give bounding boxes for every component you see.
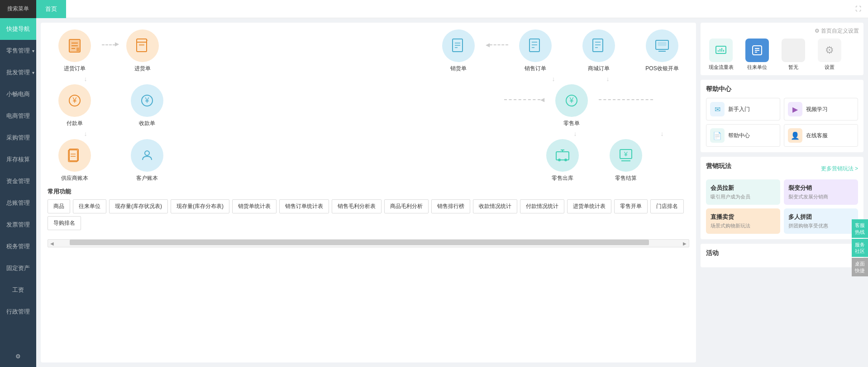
marketing-card-desc-member: 吸引用户成为会员 — [711, 193, 776, 200]
marketing-card-title-fission: 裂变分销 — [788, 184, 854, 192]
activity-title: 活动 — [706, 249, 858, 257]
marketing-card-member[interactable]: 会员拉新 吸引用户成为会员 — [706, 179, 780, 205]
marketing-card-group[interactable]: 多人拼团 拼团购物享受优惠 — [784, 208, 858, 234]
expand-icon[interactable]: ⛶ — [853, 4, 863, 14]
func-btn-order-stats[interactable]: 销售订单统计表 — [279, 199, 329, 213]
sidebar-item-purchase[interactable]: 采购管理 — [0, 127, 36, 149]
func-btn-store-rank[interactable]: 门店排名 — [650, 199, 684, 213]
help-label-help: 帮助中心 — [728, 132, 750, 140]
func-btn-retail-order[interactable]: 零售开单 — [614, 199, 648, 213]
sidebar-item-tax[interactable]: 税务管理 — [0, 236, 36, 257]
flow-node-gongyingshang-zb[interactable]: 供应商账本 — [48, 139, 102, 182]
func-btn-stock1[interactable]: 现存量(库存状况表) — [109, 199, 168, 213]
flow-circle-xiaoshou-order — [519, 29, 552, 62]
flow-label-shoukuan-dan: 收款单 — [139, 120, 155, 127]
flow-label-xiaoshou-order: 销售订单 — [525, 65, 546, 72]
scroll-thumb[interactable] — [70, 240, 649, 245]
quick-icons-row: 现金流量表 往来单位 暂无 ⚙ — [705, 39, 859, 71]
sidebar-item-wholesale[interactable]: 批发管理 — [0, 62, 36, 83]
marketing-section: 营销玩法 更多营销玩法 > 会员拉新 吸引用户成为会员 裂变分销 裂变式发展分销… — [701, 157, 863, 239]
func-btn-guide-rank[interactable]: 导购排名 — [48, 216, 81, 230]
flow-circle-shangcheng-order — [582, 29, 615, 62]
flow-label-xiaohuo-dan: 销货单 — [450, 65, 467, 72]
flow-node-kehu-zb[interactable]: 客户账本 — [120, 139, 174, 182]
sidebar-item-general-ledger[interactable]: 总账管理 — [0, 192, 36, 214]
func-btn-sales-rank[interactable]: 销售排行榜 — [431, 199, 470, 213]
scroll-left-arrow[interactable]: ◀ — [48, 241, 56, 246]
marketing-card-title-member: 会员拉新 — [711, 184, 776, 192]
help-label-service: 在线客服 — [806, 132, 828, 140]
horizontal-scrollbar[interactable]: ◀ ▶ — [48, 239, 689, 247]
flow-label-lingshou-chuku: 零售出库 — [552, 174, 573, 182]
float-btn-community[interactable]: 服务社区 — [852, 239, 868, 257]
flow-node-lingshou-dan[interactable]: ¥ 零售单 — [544, 84, 599, 127]
quick-icon-none[interactable]: 暂无 — [777, 39, 809, 71]
func-btn-stock2[interactable]: 现存量(库存分布表) — [171, 199, 229, 213]
help-item-help[interactable]: 📄 帮助中心 — [706, 124, 780, 147]
quick-icon-partners[interactable]: 往来单位 — [741, 39, 773, 71]
svg-text:¥: ¥ — [624, 150, 628, 158]
search-menu-button[interactable]: 搜索菜单 — [0, 0, 36, 18]
func-btn-goods-profit[interactable]: 商品毛利分析 — [384, 199, 429, 213]
flow-node-lingshou-jiesuan[interactable]: ¥ 零售结算 — [599, 139, 653, 182]
flow-node-jinhuo-order[interactable]: 进货订单 — [48, 29, 102, 72]
func-btn-payment-stats[interactable]: 付款情况统计 — [520, 199, 564, 213]
func-btn-goods[interactable]: 商品 — [48, 199, 70, 213]
flow-circle-gongyingshang-zb — [58, 139, 91, 172]
sidebar-item-fixed-assets[interactable]: 固定资产 — [0, 257, 36, 279]
sidebar-item-quick-nav[interactable]: 快捷导航 — [0, 18, 36, 40]
help-icon-beginner: ✉ — [710, 102, 725, 116]
flow-node-jinhuo-dan[interactable]: 进货单 — [115, 29, 170, 72]
tab-home[interactable]: 首页 — [36, 0, 66, 18]
customize-settings-link[interactable]: ⚙ 首页自定义设置 — [705, 27, 859, 35]
flow-node-xiaoshou-order[interactable]: 销售订单 — [508, 29, 563, 72]
flow-circle-kehu-zb — [131, 139, 163, 172]
right-panel: ⚙ 首页自定义设置 现金流量表 往来单位 — [701, 23, 863, 362]
float-btn-desktop[interactable]: 桌面快捷 — [852, 258, 868, 276]
sidebar: 快捷导航 零售管理 批发管理 小畅电商 电商管理 采购管理 库存核算 资金管理 … — [0, 18, 36, 367]
quick-icon-label-settings: 设置 — [825, 64, 835, 71]
func-btn-sales-stats[interactable]: 销货单统计表 — [232, 199, 277, 213]
flow-node-pos[interactable]: POS收银开单 — [635, 29, 689, 72]
func-btn-receipt-stats[interactable]: 收款情况统计 — [473, 199, 517, 213]
flow-circle-pos — [646, 29, 678, 62]
common-func-title: 常用功能 — [48, 188, 689, 196]
sidebar-item-retail[interactable]: 零售管理 — [0, 40, 36, 62]
sidebar-item-invoice[interactable]: 发票管理 — [0, 214, 36, 236]
func-btn-partners[interactable]: 往来单位 — [73, 199, 106, 213]
float-btn-service[interactable]: 客服热线 — [852, 219, 868, 238]
flow-node-xiaohuo-dan[interactable]: 销货单 — [431, 29, 486, 72]
sidebar-item-ecom-mgmt[interactable]: 电商管理 — [0, 105, 36, 127]
svg-rect-28 — [69, 149, 78, 161]
quick-icon-box-settings: ⚙ — [818, 39, 841, 62]
help-icon-service: 👤 — [788, 128, 802, 143]
sidebar-item-inventory[interactable]: 库存核算 — [0, 149, 36, 170]
marketing-card-desc-live: 场景式购物新玩法 — [711, 222, 776, 229]
sidebar-item-finance[interactable]: 资金管理 — [0, 170, 36, 192]
help-item-service[interactable]: 👤 在线客服 — [784, 124, 858, 147]
func-btn-purchase-stats[interactable]: 进货单统计表 — [567, 199, 611, 213]
sidebar-item-ecom-small[interactable]: 小畅电商 — [0, 83, 36, 105]
sidebar-item-admin[interactable]: 行政管理 — [0, 301, 36, 323]
marketing-grid: 会员拉新 吸引用户成为会员 裂变分销 裂变式发展分销商 直播卖货 场景式购物新玩… — [706, 179, 858, 234]
flow-node-fukuan-dan[interactable]: ¥ 付款单 — [48, 84, 102, 127]
flow-node-shangcheng-order[interactable]: 商城订单 — [572, 29, 626, 72]
help-item-video[interactable]: ▶ 视频学习 — [784, 98, 858, 121]
help-item-beginner[interactable]: ✉ 新手入门 — [706, 98, 780, 121]
sidebar-item-salary[interactable]: 工资 — [0, 279, 36, 301]
marketing-card-title-live: 直播卖货 — [711, 213, 776, 221]
flow-node-shoukuan-dan[interactable]: ¥ 收款单 — [120, 84, 174, 127]
more-marketing-link[interactable]: 更多营销玩法 > — [821, 165, 858, 173]
main-layout: 快捷导航 零售管理 批发管理 小畅电商 电商管理 采购管理 库存核算 资金管理 … — [0, 18, 868, 367]
scroll-right-arrow[interactable]: ▶ — [681, 241, 689, 246]
quick-icon-cashflow[interactable]: 现金流量表 — [705, 39, 737, 71]
func-btn-sales-profit[interactable]: 销售毛利分析表 — [332, 199, 382, 213]
help-items-grid: ✉ 新手入门 ▶ 视频学习 📄 帮助中心 👤 在线客服 — [706, 98, 858, 147]
marketing-card-fission[interactable]: 裂变分销 裂变式发展分销商 — [784, 179, 858, 205]
quick-icon-settings[interactable]: ⚙ 设置 — [814, 39, 845, 71]
flow-node-lingshou-chuku[interactable]: 零售出库 — [535, 139, 590, 182]
sidebar-gear-icon[interactable]: ⚙ — [0, 345, 36, 367]
marketing-card-live[interactable]: 直播卖货 场景式购物新玩法 — [706, 208, 780, 234]
activity-section: 活动 — [701, 244, 863, 267]
content-area: 进货订单 ▶ 进货单 — [36, 18, 868, 367]
